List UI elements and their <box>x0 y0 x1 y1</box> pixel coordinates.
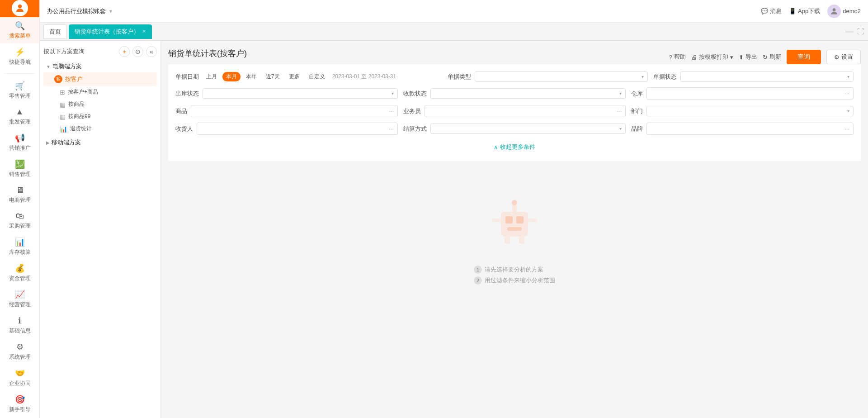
help-icon: ? <box>669 54 672 61</box>
payment-status-label: 收款状态 <box>403 90 427 98</box>
sidebar-item-finance[interactable]: 💰 资金管理 <box>0 260 39 286</box>
message-button[interactable]: 💬 消息 <box>761 7 782 15</box>
filter-row-4: 收货人 ··· 结算方式 ▾ 品牌 <box>175 123 854 135</box>
topbar-dropdown[interactable]: ▾ <box>109 8 112 14</box>
tree-item-by-customer[interactable]: 客 按客户 <box>43 72 157 86</box>
tab-maximize-button[interactable]: ⛶ <box>857 27 864 36</box>
goods-select[interactable]: ··· <box>191 105 398 117</box>
newbie-icon: 🎯 <box>15 394 25 404</box>
sidebar-item-quick-nav[interactable]: ⚡ 快捷导航 <box>0 43 39 70</box>
page-content: 按以下方案查询 + ⊙ « ▼ <box>40 41 868 418</box>
order-status-select[interactable]: ▾ <box>680 71 854 82</box>
date-tab-last-month[interactable]: 上月 <box>203 72 221 81</box>
sidebar-item-purchase[interactable]: 🛍 采购管理 <box>0 208 39 233</box>
order-type-dropdown-icon: ▾ <box>642 74 644 79</box>
tree-item-by-customer-goods[interactable]: ⊞ 按客户+商品 <box>43 86 157 98</box>
svg-rect-6 <box>512 205 517 212</box>
sidebar-item-newbie-label: 新手引导 <box>9 406 31 413</box>
tab-close-icon[interactable]: ✕ <box>142 28 146 34</box>
marketing-icon: 📢 <box>15 133 25 143</box>
receiver-dots[interactable]: ··· <box>389 125 394 132</box>
collapse-filter-button[interactable]: ∧ 收起更多条件 <box>491 140 538 154</box>
order-type-select[interactable]: ▾ <box>475 71 648 82</box>
sidebar-item-inventory[interactable]: 📊 库存核算 <box>0 233 39 260</box>
refresh-button[interactable]: ↻ 刷新 <box>763 53 781 61</box>
salesperson-dots[interactable]: ··· <box>617 108 622 114</box>
sidebar-item-operations[interactable]: 📈 经营管理 <box>0 286 39 312</box>
empty-state: 1 请先选择要分析的方案 2 用过滤条件来缩小分析范围 <box>168 166 861 314</box>
tree-group-mobile-header[interactable]: ▶ 移动端方案 <box>43 137 157 148</box>
department-label: 部门 <box>631 107 643 115</box>
date-tab-custom[interactable]: 自定义 <box>305 72 329 81</box>
settings-button[interactable]: ⚙ 设置 <box>826 50 861 64</box>
payment-status-select[interactable]: ▾ <box>430 88 626 99</box>
operations-icon: 📈 <box>15 290 25 299</box>
salesperson-select[interactable]: ··· <box>425 105 626 117</box>
help-label: 帮助 <box>674 53 686 61</box>
goods-dots[interactable]: ··· <box>389 108 394 114</box>
warehouse-dots[interactable]: ··· <box>844 90 849 97</box>
date-tabs: 上月 本月 本年 近7天 更多 自定义 <box>203 72 329 81</box>
tree-item-return-stat[interactable]: 📊 退货统计 <box>43 123 157 135</box>
tab-sales-stat[interactable]: 销货单统计表（按客户） ✕ <box>69 24 152 39</box>
tree-item-return-stat-label: 退货统计 <box>70 125 92 133</box>
sidebar-item-wholesale[interactable]: ▲ 批发管理 <box>0 104 39 129</box>
sidebar-item-retail[interactable]: 🛒 零售管理 <box>0 77 39 104</box>
brand-select[interactable]: ··· <box>646 123 854 135</box>
edit-icon: ⊙ <box>135 48 141 55</box>
payment-status-dropdown-icon: ▾ <box>619 91 622 96</box>
tree-group-mobile-arrow: ▶ <box>46 140 50 145</box>
tab-minimize-button[interactable]: — <box>845 27 854 36</box>
warehouse-select[interactable]: ··· <box>646 87 854 100</box>
department-dropdown-icon: ▾ <box>847 109 849 114</box>
scheme-tree: ▼ 电脑端方案 客 按客户 ⊞ 按客户+商品 ▦ <box>43 61 157 148</box>
receiver-select[interactable]: ··· <box>197 123 398 135</box>
date-tab-this-year[interactable]: 本年 <box>242 72 260 81</box>
sidebar-item-sales[interactable]: 💹 销售管理 <box>0 156 39 182</box>
topbar-right: 💬 消息 📱 App下载 demo2 <box>761 5 861 18</box>
filter-goods-item: 商品 ··· <box>175 105 398 117</box>
finance-icon: 💰 <box>15 263 25 273</box>
sidebar-item-newbie[interactable]: 🎯 新手引导 <box>0 391 39 417</box>
tree-item-by-customer-label: 按客户 <box>65 75 83 83</box>
help-button[interactable]: ? 帮助 <box>669 53 686 61</box>
sidebar-item-ecommerce[interactable]: 🖥 电商管理 <box>0 182 39 208</box>
wholesale-icon: ▲ <box>16 107 24 117</box>
out-status-select[interactable]: ▾ <box>203 88 398 99</box>
filter-order-type-item: 单据类型 ▾ <box>448 71 648 82</box>
avatar <box>827 5 841 18</box>
sidebar-item-basic[interactable]: ℹ 基础信息 <box>0 312 39 338</box>
brand-dots[interactable]: ··· <box>844 125 849 132</box>
query-button[interactable]: 查询 <box>787 50 821 64</box>
sidebar-item-marketing[interactable]: 📢 营销推广 <box>0 129 39 156</box>
settlement-select[interactable]: ▾ <box>430 124 626 134</box>
sidebar-item-basic-label: 基础信息 <box>9 327 31 335</box>
return-stat-icon: 📊 <box>60 125 67 133</box>
filter-row-1: 单据日期 上月 本月 本年 近7天 更多 自定义 2023-03-01 至 20… <box>175 71 854 82</box>
svg-rect-5 <box>507 227 522 231</box>
sidebar-item-system[interactable]: ⚙ 系统管理 <box>0 338 39 365</box>
sidebar-item-quick-nav-label: 快捷导航 <box>9 58 31 66</box>
date-tab-last7[interactable]: 近7天 <box>262 72 283 81</box>
user-menu[interactable]: demo2 <box>827 5 861 18</box>
filter-settlement-item: 结算方式 ▾ <box>403 124 626 134</box>
edit-scheme-button[interactable]: ⊙ <box>132 46 143 57</box>
collapse-panel-button[interactable]: « <box>146 46 157 57</box>
tree-item-by-goods[interactable]: ▦ 按商品 <box>43 98 157 110</box>
add-scheme-button[interactable]: + <box>119 46 130 57</box>
date-tab-more[interactable]: 更多 <box>285 72 303 81</box>
app-download-button[interactable]: 📱 App下载 <box>789 7 820 15</box>
date-tab-this-month[interactable]: 本月 <box>222 72 241 81</box>
warehouse-label: 仓库 <box>631 90 643 98</box>
tab-home[interactable]: 首页 <box>43 24 67 39</box>
by-goods-icon: ▦ <box>60 101 66 108</box>
svg-point-1 <box>833 8 836 11</box>
department-select[interactable]: ▾ <box>646 106 854 116</box>
tree-item-by-goods99[interactable]: ▦ 按商品99 <box>43 110 157 123</box>
tree-group-desktop-header[interactable]: ▼ 电脑端方案 <box>43 61 157 72</box>
tip-num-2: 2 <box>474 276 482 285</box>
print-button[interactable]: 🖨 按模板打印 ▾ <box>691 53 733 61</box>
sidebar-item-enterprise[interactable]: 🤝 企业协同 <box>0 365 39 391</box>
export-button[interactable]: ⬆ 导出 <box>739 53 757 61</box>
sidebar-item-search[interactable]: 🔍 搜索菜单 <box>0 17 39 43</box>
